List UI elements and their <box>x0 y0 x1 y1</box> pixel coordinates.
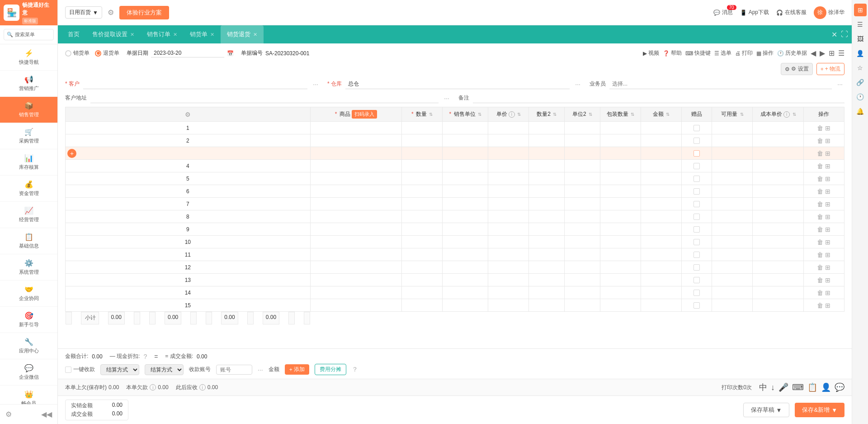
qty2-cell-3[interactable] <box>529 147 565 160</box>
close-sales-order-tab[interactable]: ✕ <box>173 32 177 38</box>
panel-list-button[interactable]: ☰ <box>854 18 867 31</box>
price-sort-icon[interactable]: ⇅ <box>517 112 521 117</box>
tab-sales-return[interactable]: 销货退货 ✕ <box>221 25 264 43</box>
close-all-tabs-button[interactable]: ✕ <box>831 30 837 39</box>
salesperson-input[interactable] <box>609 79 832 89</box>
panel-notification-button[interactable]: 🔔 <box>854 105 867 118</box>
unit-sort-icon[interactable]: ⇅ <box>478 112 481 117</box>
message-button[interactable]: 💬 消息 70 <box>713 9 733 16</box>
settings-button[interactable]: ⚙ ⚙ 设置 <box>781 63 812 75</box>
shortcut-button[interactable]: ⌨ 快捷键 <box>685 49 711 57</box>
customer-input[interactable] <box>83 79 307 89</box>
cost-price-cell-1[interactable] <box>753 122 804 134</box>
product-input-3[interactable] <box>313 150 399 157</box>
copy-row-2-btn[interactable]: ⊞ <box>825 137 830 144</box>
calculation-method-select[interactable]: 结算方式 <box>145 364 184 375</box>
sidebar-item-app-center[interactable]: 🔧 应用中心 <box>0 333 57 359</box>
amount-cell-1[interactable] <box>641 122 681 134</box>
single-owe-info-icon[interactable]: i <box>150 384 156 391</box>
panel-expand-button[interactable]: ⊞ <box>854 4 867 16</box>
sidebar-item-enterprise[interactable]: 🤝 企业协同 <box>0 281 57 307</box>
user-button[interactable]: 徐 徐泽华 <box>814 6 844 19</box>
maximize-button[interactable]: ⛶ <box>841 30 848 39</box>
close-sales-return-tab[interactable]: ✕ <box>253 32 257 38</box>
sidebar-item-inventory[interactable]: 📊 库存核算 <box>0 149 57 176</box>
qty2-cell-1[interactable] <box>529 122 565 134</box>
one-click-payment-checkbox[interactable]: 一键收款 <box>65 366 95 373</box>
costprice-sort-icon[interactable]: ⇅ <box>793 112 796 117</box>
copy-row-1-btn[interactable]: ⊞ <box>825 124 830 132</box>
column-settings-icon[interactable]: ⚙ <box>185 111 191 118</box>
cash-discount-info-icon[interactable]: ? <box>143 353 147 360</box>
next-button[interactable]: ▶ <box>820 49 825 57</box>
add-logistics-button[interactable]: + + 物流 <box>816 63 844 75</box>
product-cell-4[interactable] <box>310 160 402 172</box>
panel-user-button[interactable]: 👤 <box>854 47 867 60</box>
sidebar-item-guide[interactable]: 🎯 新手引导 <box>0 307 57 333</box>
taskbar-zh-icon[interactable]: 中 <box>759 382 767 393</box>
close-sales-delivery-tab[interactable]: ✕ <box>210 32 214 38</box>
sidebar-item-finance[interactable]: 💰 资金管理 <box>0 176 57 202</box>
gift-checkbox-2[interactable] <box>693 138 700 144</box>
add-row-button[interactable]: + <box>67 149 76 158</box>
cost-price-cell-3[interactable] <box>753 147 804 160</box>
receivable-info-icon[interactable]: i <box>199 384 206 391</box>
scan-input-button[interactable]: 扫码录入 <box>352 110 377 119</box>
panel-link-button[interactable]: 🔗 <box>854 76 867 89</box>
product-cell-1[interactable] <box>310 122 402 134</box>
unit2-cell-2[interactable] <box>565 134 600 147</box>
select-button[interactable]: ☰ 选单 <box>714 49 731 57</box>
cost-price-cell-2[interactable] <box>753 134 804 147</box>
delete-row-2-btn[interactable]: 🗑 <box>817 137 823 144</box>
taskbar-user-icon[interactable]: 👤 <box>821 382 831 392</box>
taskbar-mic-icon[interactable]: 🎤 <box>778 382 788 392</box>
packqty-cell-3[interactable] <box>600 147 641 160</box>
quantity-cell-1[interactable] <box>402 122 443 134</box>
packqty-cell-2[interactable] <box>600 134 641 147</box>
customer-more-button[interactable]: ··· <box>311 81 320 88</box>
unit-cell-2[interactable] <box>443 134 488 147</box>
gift-checkbox-4[interactable] <box>693 163 700 169</box>
price-info-icon[interactable]: i <box>509 111 515 118</box>
operate-button[interactable]: ▦ 操作 <box>756 49 774 57</box>
sidebar-item-quick-nav[interactable]: ⚡ 快捷导航 <box>0 44 57 71</box>
sidebar-item-system[interactable]: ⚙️ 系统管理 <box>0 254 57 281</box>
sidebar-item-operations[interactable]: 📈 经营管理 <box>0 202 57 228</box>
close-price-setting-tab[interactable]: ✕ <box>130 32 134 38</box>
taskbar-download-icon[interactable]: ↓ <box>771 383 775 392</box>
price-cell-1[interactable] <box>488 122 529 134</box>
tab-price-setting[interactable]: 售价提取设置 ✕ <box>86 25 141 43</box>
unit2-sort-icon[interactable]: ⇅ <box>589 112 592 117</box>
tab-sales-order[interactable]: 销售订单 ✕ <box>141 25 184 43</box>
video-button[interactable]: ▶ 视频 <box>643 49 659 57</box>
history-button[interactable]: 🕐 历史单据 <box>777 49 807 57</box>
save-new-button[interactable]: 保存&新增 ▼ <box>795 403 844 417</box>
product-cell-2[interactable] <box>310 134 402 147</box>
gift-checkbox-1[interactable] <box>693 125 700 131</box>
address-input[interactable] <box>90 93 439 103</box>
breadcrumb-select[interactable]: 日用百货 ▼ <box>65 6 102 19</box>
date-input[interactable] <box>151 49 224 57</box>
available-cell-1[interactable] <box>712 122 753 134</box>
sidebar-item-marketing[interactable]: 📢 营销推广 <box>0 71 57 97</box>
unit2-cell-1[interactable] <box>565 122 600 134</box>
quantity-sort-icon[interactable]: ⇅ <box>429 112 433 117</box>
prev-button[interactable]: ◀ <box>811 49 816 57</box>
online-service-button[interactable]: 🎧 在线客服 <box>776 9 807 16</box>
save-draft-button[interactable]: 保存草稿 ▼ <box>743 403 790 417</box>
app-download-button[interactable]: 📱 App下载 <box>740 9 769 16</box>
copy-row-3-btn[interactable]: ⊞ <box>825 150 830 157</box>
sidebar-item-sales-mgmt[interactable]: 📦 销售管理 <box>0 97 57 123</box>
warehouse-input[interactable] <box>345 79 570 89</box>
taskbar-chat-icon[interactable]: 💬 <box>835 382 844 392</box>
quantity-cell-2[interactable] <box>402 134 443 147</box>
payment-checkbox[interactable] <box>65 367 71 373</box>
panel-star-button[interactable]: ☆ <box>854 62 867 74</box>
sidebar-item-enterprise-wechat[interactable]: 💬 企业微信 <box>0 359 57 386</box>
unit-cell-1[interactable] <box>443 122 488 134</box>
qty2-sort-icon[interactable]: ⇅ <box>553 112 557 117</box>
warehouse-more-button[interactable]: ··· <box>573 81 582 88</box>
salesperson-more-button[interactable]: ··· <box>835 81 844 88</box>
settlement-method-select[interactable]: 结算方式 <box>100 364 139 375</box>
print-button[interactable]: 🖨 打印 <box>735 49 753 57</box>
